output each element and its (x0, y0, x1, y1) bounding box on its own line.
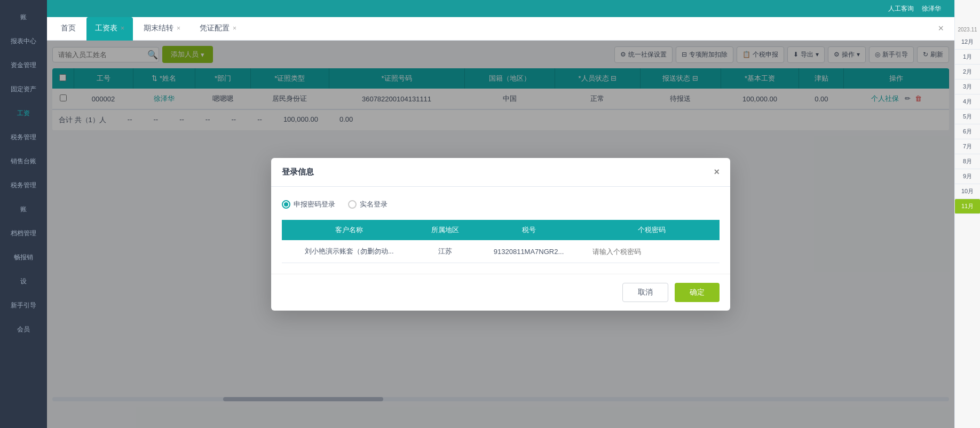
password-field[interactable] (592, 248, 711, 256)
sidebar-item-fund-management[interactable]: 资金管理 (0, 53, 47, 77)
tab-salary[interactable]: 工资表 × (86, 17, 133, 41)
sidebar-item-file[interactable]: 档档管理 (0, 221, 47, 245)
user-name: 徐泽华 (922, 4, 941, 13)
sidebar-item-guide[interactable]: 新手引导 (0, 294, 47, 318)
radio-password-dot (282, 200, 290, 209)
calendar-panel: 2023.11 12月 1月 2月 3月 4月 5月 6月 7月 8月 9月 1… (954, 0, 980, 428)
cal-8[interactable]: 8月 (955, 154, 980, 169)
col-client-name: 客户名称 (282, 220, 416, 240)
cal-9[interactable]: 9月 (955, 169, 980, 184)
cal-5[interactable]: 5月 (955, 109, 980, 124)
sidebar: 账 报表中心 资金管理 固定资产 工资 税务管理 销售台账 税务管理 账 档档管… (0, 0, 47, 428)
radio-group: 申报密码登录 实名登录 (282, 200, 720, 209)
sidebar-item-report-center[interactable]: 报表中心 (0, 29, 47, 53)
modal-title: 登录信息 (282, 167, 314, 177)
col-tax-no: 税号 (473, 220, 584, 240)
sidebar-item-settings[interactable]: 设 (0, 270, 47, 294)
sidebar-item-salary[interactable]: 工资 (0, 101, 47, 125)
assistant-link[interactable]: 人工客询 (888, 4, 914, 13)
login-table-row: 刘小艳演示账套（勿删勿动... 江苏 91320811MA7NGR2... (282, 240, 720, 263)
tab-bar: 首页 工资表 × 期末结转 × 凭证配置 × × (47, 17, 954, 41)
sidebar-item-account[interactable]: 账 (0, 5, 47, 29)
tax-password-input[interactable] (584, 240, 720, 263)
radio-realname-login[interactable]: 实名登录 (348, 200, 388, 209)
sidebar-item-sales[interactable]: 销售台账 (0, 149, 47, 173)
tab-voucher-config-close[interactable]: × (233, 25, 236, 32)
cancel-button[interactable]: 取消 (622, 283, 668, 302)
sidebar-item-fixed-assets[interactable]: 固定资产 (0, 77, 47, 101)
login-info-table: 客户名称 所属地区 税号 个税密码 刘小艳演示账套（勿删勿动... 江苏 913… (282, 220, 720, 263)
main-area: 人工客询 徐泽华 首页 工资表 × 期末结转 × 凭证配置 × × 🔍 添加人 (47, 0, 954, 428)
client-tax-no: 91320811MA7NGR2... (473, 240, 584, 263)
cal-3[interactable]: 3月 (955, 80, 980, 94)
cal-11[interactable]: 11月 (955, 199, 980, 214)
sidebar-item-expense[interactable]: 畅报销 (0, 245, 47, 270)
radio-realname-dot (348, 200, 357, 209)
confirm-button[interactable]: 确定 (675, 283, 720, 302)
modal-overlay: 登录信息 × 申报密码登录 实名登录 (47, 41, 954, 428)
cal-6[interactable]: 6月 (955, 124, 980, 139)
cal-7[interactable]: 7月 (955, 139, 980, 154)
client-region: 江苏 (416, 240, 473, 263)
cal-10[interactable]: 10月 (955, 184, 980, 199)
top-bar: 人工客询 徐泽华 (47, 0, 954, 17)
sidebar-item-account2[interactable]: 账 (0, 197, 47, 221)
cal-2[interactable]: 2月 (955, 65, 980, 80)
window-close-icon[interactable]: × (938, 23, 944, 34)
tab-period-end-close[interactable]: × (177, 25, 180, 32)
cal-1[interactable]: 1月 (955, 50, 980, 65)
calendar-year: 2023.11 (958, 27, 977, 33)
sidebar-item-tax[interactable]: 税务管理 (0, 125, 47, 149)
sidebar-item-member[interactable]: 会员 (0, 318, 47, 342)
tab-home[interactable]: 首页 (52, 17, 84, 41)
tab-salary-close[interactable]: × (121, 25, 124, 32)
modal-close-button[interactable]: × (714, 167, 720, 178)
modal-body: 申报密码登录 实名登录 客户名称 所属地区 (271, 187, 730, 274)
radio-password-label: 申报密码登录 (294, 200, 335, 209)
modal-header: 登录信息 × (271, 158, 730, 187)
tab-period-end[interactable]: 期末结转 × (135, 17, 189, 41)
cal-4[interactable]: 4月 (955, 94, 980, 109)
content-area: 🔍 添加人员 ▾ ⚙ 统一社保设置 ⊟ 专项附加扣除 📋 个税申报 (47, 41, 954, 428)
col-tax-password: 个税密码 (584, 220, 720, 240)
modal-footer: 取消 确定 (271, 274, 730, 311)
col-region: 所属地区 (416, 220, 473, 240)
sidebar-item-tax2[interactable]: 税务管理 (0, 173, 47, 197)
tab-voucher-config[interactable]: 凭证配置 × (191, 17, 245, 41)
client-name: 刘小艳演示账套（勿删勿动... (282, 240, 416, 263)
radio-realname-label: 实名登录 (360, 200, 388, 209)
login-info-modal: 登录信息 × 申报密码登录 实名登录 (271, 158, 730, 311)
radio-password-login[interactable]: 申报密码登录 (282, 200, 335, 209)
cal-12[interactable]: 12月 (955, 35, 980, 50)
